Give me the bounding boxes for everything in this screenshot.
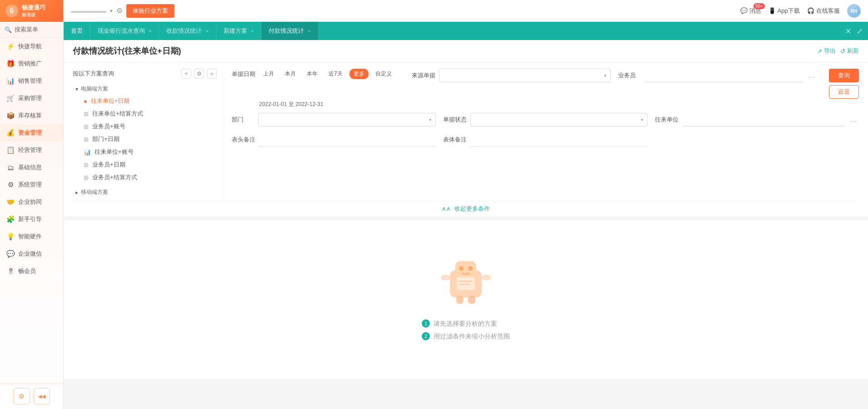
date-option-this-year[interactable]: 本年	[303, 69, 322, 79]
sidebar-item-hardware[interactable]: 💡 智能硬件	[0, 228, 63, 245]
sidebar-collapse-btn[interactable]: ◀◀	[34, 388, 50, 404]
trial-btn[interactable]: 体验行业方案	[126, 4, 175, 18]
date-option-7days[interactable]: 近7天	[324, 69, 347, 79]
collapse-bar[interactable]: ∧∧ 收起更多条件	[73, 201, 859, 217]
tab-home[interactable]: 首页	[64, 22, 90, 40]
step-num-2: 2	[422, 332, 430, 340]
refresh-btn[interactable]: ↺ 刷新	[840, 47, 859, 55]
scheme-item-staff-account[interactable]: ⊞ 业务员+账号	[73, 120, 217, 133]
tab-bank-flow[interactable]: 现金银行流水查询 ×	[90, 22, 159, 40]
sidebar-item-inventory[interactable]: 📦 库存核算	[0, 107, 63, 124]
source-bill-arrow: ▾	[604, 73, 607, 79]
basic-icon: 🗂	[6, 163, 15, 172]
tab-recv-stat-close[interactable]: ×	[205, 28, 208, 34]
date-option-more[interactable]: 更多	[349, 69, 369, 79]
sidebar-item-enterprise[interactable]: 🤝 企业协同	[0, 193, 63, 211]
message-btn[interactable]: 💬 消息 99+	[740, 7, 761, 15]
sidebar-item-sales[interactable]: 📊 销售管理	[0, 72, 63, 90]
date-option-last-month[interactable]: 上月	[259, 69, 278, 79]
scheme-add-btn[interactable]: +	[181, 69, 191, 79]
scheme-item-dept-date[interactable]: ⊞ 部门+日期	[73, 133, 217, 146]
staff-input[interactable]	[644, 69, 803, 82]
empty-state: 1 请先选择要分析的方案 2 用过滤条件来缩小分析范围	[64, 220, 868, 379]
date-option-custom[interactable]: 自定义	[371, 69, 396, 79]
query-btn[interactable]: 查询	[829, 69, 859, 82]
sidebar-item-fund[interactable]: 💰 资金管理	[0, 124, 63, 141]
search-menu[interactable]: 🔍 搜索菜单	[0, 22, 63, 38]
scheme-group-mobile-header[interactable]: ▸ 移动端方案	[73, 187, 217, 198]
nav-tabs: 首页 现金银行流水查询 × 收款情况统计 × 新建方案 × 付款情况统计 × ✕…	[64, 22, 868, 40]
tab-pay-stat-close[interactable]: ×	[308, 28, 310, 34]
bill-status-select[interactable]: ▾	[470, 113, 647, 126]
quick-nav-icon: ⚡	[6, 42, 15, 50]
company-dropdown-arrow[interactable]: ▾	[110, 8, 113, 14]
sidebar-item-wechat[interactable]: 💬 企业微信	[0, 245, 63, 263]
purchase-icon: 🛒	[6, 94, 15, 102]
body-note-input[interactable]	[470, 133, 647, 146]
tab-recv-stat[interactable]: 收款情况统计 ×	[159, 22, 216, 40]
sidebar-item-operation[interactable]: 📋 经营管理	[0, 141, 63, 159]
tab-pay-stat[interactable]: 付款情况统计 ×	[261, 22, 318, 40]
user-avatar[interactable]: Rit	[847, 4, 861, 18]
filter-row-3: 表头备注 表体备注	[232, 133, 859, 146]
page-title: 付款情况统计(往来单位+日期)	[73, 45, 181, 56]
online-service-btn[interactable]: 🎧 在线客服	[807, 7, 840, 15]
sidebar-item-system[interactable]: ⚙ 系统管理	[0, 176, 63, 193]
export-btn[interactable]: ↗ 导出	[817, 47, 836, 55]
filter-header-note: 表头备注	[232, 133, 436, 146]
tab-new-plan[interactable]: 新建方案 ×	[216, 22, 261, 40]
scheme-item-staff-date[interactable]: ⊞ 业务员+日期	[73, 158, 217, 171]
scheme-collapse-btn[interactable]: «	[207, 69, 217, 79]
dept-select[interactable]: ▾	[258, 113, 436, 126]
scheme-item-unit-settle[interactable]: ⊞ 往来单位+结算方式	[73, 107, 217, 120]
page-content: 付款情况统计(往来单位+日期) ↗ 导出 ↺ 刷新	[64, 40, 868, 409]
page-actions: ↗ 导出 ↺ 刷新	[817, 47, 859, 55]
sidebar: 6 畅捷通巧 标准版 🔍 搜索菜单 ⚡ 快捷导航 🎁 营销推广 📊 销售管理 🛒…	[0, 0, 64, 409]
sidebar-item-basic[interactable]: 🗂 基础信息	[0, 159, 63, 176]
scheme-item-icon-2: ⊞	[84, 123, 89, 130]
scheme-item-unit-account[interactable]: 📊 往来单位+账号	[73, 146, 217, 158]
scheme-group-desktop-header[interactable]: ▾ 电脑端方案	[73, 83, 217, 95]
filter-settings-btn[interactable]: 设置	[829, 85, 859, 99]
filter-row-1: 单据日期 上月 本月 本年 近7天 更多 自定义	[232, 69, 859, 99]
inventory-icon: 📦	[6, 111, 15, 120]
bill-status-arrow: ▾	[641, 117, 644, 123]
sidebar-item-purchase[interactable]: 🛒 采购管理	[0, 90, 63, 107]
tab-new-plan-close[interactable]: ×	[251, 28, 254, 34]
collapse-label: 收起更多条件	[454, 205, 490, 212]
topbar-gear-icon[interactable]: ⚙	[116, 6, 123, 15]
message-badge: 99+	[753, 3, 765, 9]
filter-staff: 业务员 …	[618, 69, 817, 82]
scheme-group-label: 电脑端方案	[81, 85, 108, 93]
logo-icon: 6	[5, 5, 18, 17]
filter-source-bill: 来源单据 ▾	[412, 69, 611, 82]
source-bill-select[interactable]: ▾	[439, 69, 611, 82]
enterprise-icon: 🤝	[6, 198, 15, 206]
sidebar-settings-btn[interactable]: ⚙	[14, 388, 30, 404]
sidebar-item-quick-nav[interactable]: ⚡ 快捷导航	[0, 38, 63, 55]
nav-expand-icon[interactable]: ⤢	[855, 25, 864, 37]
nav-close-icon[interactable]: ✕	[843, 25, 853, 37]
export-icon: ↗	[817, 48, 822, 55]
scheme-group-mobile: ▸ 移动端方案	[73, 187, 217, 198]
staff-dotted[interactable]: …	[806, 71, 817, 80]
content-area: 1 请先选择要分析的方案 2 用过滤条件来缩小分析范围	[64, 220, 868, 379]
sidebar-item-guide[interactable]: 🧩 新手引导	[0, 211, 63, 228]
scheme-item-staff-settle[interactable]: ⊞ 业务员+结算方式	[73, 171, 217, 184]
app-download-btn[interactable]: 📱 App下载	[768, 7, 800, 15]
scheme-gear-btn[interactable]: ⚙	[194, 69, 204, 79]
filter-right: 单据日期 上月 本月 本年 近7天 更多 自定义	[223, 69, 859, 201]
date-option-this-month[interactable]: 本月	[281, 69, 300, 79]
date-range-text: 2022-01-01 至 2022-12-31	[259, 101, 323, 107]
scheme-item-unit-date[interactable]: ● 往来单位+日期	[73, 95, 217, 107]
related-unit-input[interactable]	[682, 113, 844, 126]
header-note-input[interactable]	[259, 133, 436, 146]
headset-icon: 🎧	[807, 7, 814, 14]
sidebar-item-vip[interactable]: 🎖 畅会员	[0, 263, 63, 280]
tab-bank-flow-close[interactable]: ×	[149, 28, 151, 34]
page-inner: 付款情况统计(往来单位+日期) ↗ 导出 ↺ 刷新	[64, 40, 868, 379]
sidebar-item-marketing[interactable]: 🎁 营销推广	[0, 55, 63, 72]
scheme-item-icon-4: 📊	[84, 149, 91, 156]
related-unit-dotted[interactable]: …	[848, 116, 859, 124]
scheme-item-icon-3: ⊞	[84, 136, 89, 143]
